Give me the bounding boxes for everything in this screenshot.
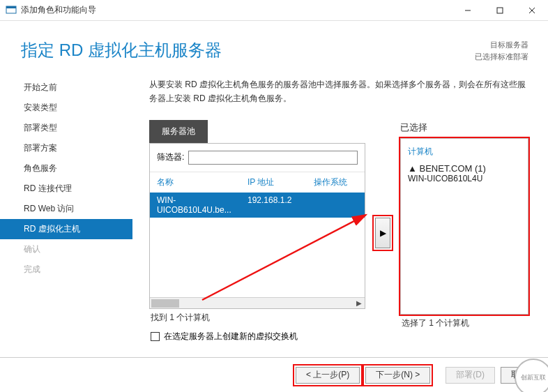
- page-title: 指定 RD 虚拟化主机服务器: [21, 39, 475, 61]
- nav-before-begin[interactable]: 开始之前: [0, 77, 132, 98]
- svg-rect-1: [6, 6, 16, 8]
- col-ip[interactable]: IP 地址: [248, 176, 314, 188]
- found-status: 找到 1 个计算机: [149, 309, 365, 326]
- deploy-button: 部署(D): [446, 367, 495, 384]
- add-server-button[interactable]: ▶: [375, 218, 390, 248]
- cell-name: WIN-UICOB610L4U.be...: [157, 195, 248, 215]
- table-body: WIN-UICOB610L4U.be... 192.168.1.2: [150, 193, 365, 297]
- nav-deploy-type[interactable]: 部署类型: [0, 118, 132, 138]
- scroll-right-icon[interactable]: ▶: [353, 298, 365, 309]
- app-icon: [6, 5, 17, 16]
- watermark-logo: 创新互联: [515, 359, 548, 392]
- create-vswitch-label: 在选定服务器上创建新的虚拟交换机: [164, 331, 298, 342]
- nav-role-services[interactable]: 角色服务: [0, 158, 132, 179]
- selected-list: 计算机 ▲ BENET.COM (1) WIN-UICOB610L4U: [400, 138, 528, 315]
- nav-deploy-scenario[interactable]: 部署方案: [0, 138, 132, 158]
- destination-info: 目标服务器 已选择标准部署: [475, 39, 528, 62]
- selected-entry-sub[interactable]: WIN-UICOB610L4U: [408, 174, 521, 183]
- selected-status: 选择了 1 个计算机: [400, 315, 528, 332]
- filter-input[interactable]: [188, 151, 358, 165]
- nav-install-type[interactable]: 安装类型: [0, 98, 132, 118]
- nav-completion: 完成: [0, 259, 132, 280]
- previous-button[interactable]: < 上一步(P): [296, 367, 360, 384]
- table-header: 名称 IP 地址 操作系统: [150, 172, 365, 193]
- watermark-text: 创新互联: [521, 373, 546, 382]
- window-controls: [452, 0, 548, 20]
- chevron-right-icon: ▶: [380, 228, 386, 238]
- scroll-thumb[interactable]: [151, 299, 179, 308]
- maximize-button[interactable]: [484, 0, 516, 20]
- filter-label: 筛选器:: [157, 151, 184, 163]
- checkbox-icon[interactable]: [151, 332, 160, 341]
- selected-panel: 已选择 计算机 ▲ BENET.COM (1) WIN-UICOB610L4U …: [400, 120, 528, 347]
- cell-ip: 192.168.1.2: [248, 195, 314, 215]
- table-row[interactable]: WIN-UICOB610L4U.be... 192.168.1.2: [150, 193, 365, 218]
- destination-label: 目标服务器: [475, 39, 528, 51]
- title-bar: 添加角色和功能向导: [0, 0, 548, 21]
- destination-value: 已选择标准部署: [475, 51, 528, 63]
- nav-confirmation: 确认: [0, 239, 132, 259]
- selected-heading: 已选择: [400, 120, 528, 138]
- horizontal-scrollbar[interactable]: ◀ ▶: [150, 297, 365, 308]
- close-button[interactable]: [516, 0, 548, 20]
- footer: < 上一步(P) 下一步(N) > 部署(D) 取消: [0, 357, 548, 392]
- description-text: 从要安装 RD 虚拟化主机角色服务的服务器池中选择服务器。如果选择多个服务器，则…: [149, 72, 528, 120]
- minimize-button[interactable]: [452, 0, 484, 20]
- selected-category: 计算机: [408, 146, 521, 158]
- server-pool-tab[interactable]: 服务器池: [149, 120, 208, 143]
- col-os[interactable]: 操作系统: [314, 176, 358, 188]
- window-title: 添加角色和功能向导: [21, 4, 452, 16]
- header: 指定 RD 虚拟化主机服务器 目标服务器 已选择标准部署: [0, 21, 548, 72]
- nav-rd-virtualization-host[interactable]: RD 虚拟化主机: [0, 219, 132, 239]
- nav-rd-connection-broker[interactable]: RD 连接代理: [0, 179, 132, 199]
- content-area: 从要安装 RD 虚拟化主机角色服务的服务器池中选择服务器。如果选择多个服务器，则…: [132, 72, 528, 347]
- create-vswitch-row[interactable]: 在选定服务器上创建新的虚拟交换机: [149, 326, 365, 347]
- selected-entry-title[interactable]: ▲ BENET.COM (1): [408, 163, 521, 174]
- server-pool-panel: 服务器池 筛选器: 名称 IP 地址 操作系统 WIN-UICOB610L4U.…: [149, 120, 365, 347]
- cell-os: [314, 195, 358, 215]
- next-button[interactable]: 下一步(N) >: [365, 367, 430, 384]
- col-name[interactable]: 名称: [157, 176, 248, 188]
- svg-rect-3: [497, 8, 503, 13]
- wizard-nav: 开始之前 安装类型 部署类型 部署方案 角色服务 RD 连接代理 RD Web …: [0, 72, 132, 347]
- nav-rd-web-access[interactable]: RD Web 访问: [0, 199, 132, 219]
